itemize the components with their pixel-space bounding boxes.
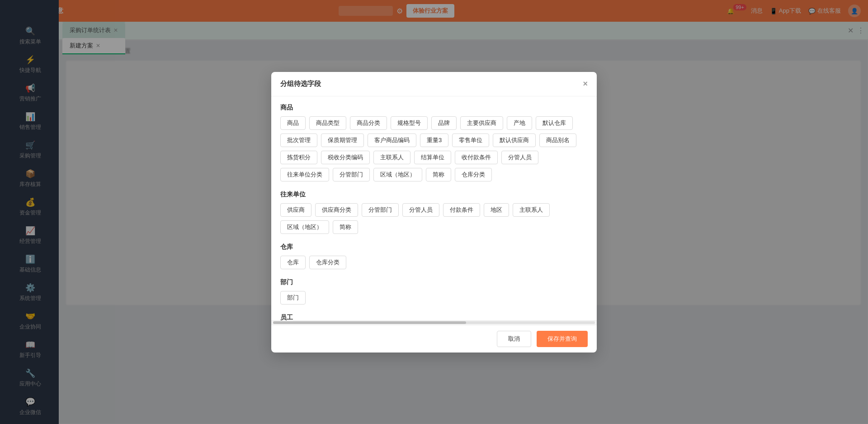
dialog-close-button[interactable]: × bbox=[583, 79, 588, 89]
field-grid-1: 供应商供应商分类分管部门分管人员付款条件地区主联系人区域（地区）简称 bbox=[280, 203, 588, 234]
dialog-body: 商品商品商品类型商品分类规格型号品牌主要供应商产地默认仓库批次管理保质期管理客户… bbox=[271, 96, 597, 321]
field-tag-2-0[interactable]: 仓库 bbox=[280, 256, 306, 269]
field-tag-0-15[interactable]: 拣货积分 bbox=[280, 151, 317, 164]
field-tag-0-17[interactable]: 主联系人 bbox=[373, 151, 410, 164]
cancel-button[interactable]: 取消 bbox=[497, 331, 531, 347]
field-tag-0-12[interactable]: 零售单位 bbox=[452, 133, 489, 147]
field-tag-0-6[interactable]: 产地 bbox=[507, 116, 532, 130]
section-往来单位: 往来单位供应商供应商分类分管部门分管人员付款条件地区主联系人区域（地区）简称 bbox=[280, 191, 588, 234]
field-tag-0-20[interactable]: 分管人员 bbox=[501, 151, 538, 164]
dialog: 分组待选字段 × 商品商品商品类型商品分类规格型号品牌主要供应商产地默认仓库批次… bbox=[271, 72, 597, 353]
field-tag-0-2[interactable]: 商品分类 bbox=[350, 116, 387, 130]
field-tag-0-25[interactable]: 仓库分类 bbox=[455, 168, 492, 181]
field-tag-0-16[interactable]: 税收分类编码 bbox=[321, 151, 370, 164]
field-tag-0-13[interactable]: 默认供应商 bbox=[493, 133, 536, 147]
field-tag-1-3[interactable]: 分管人员 bbox=[402, 203, 439, 217]
section-title-1: 往来单位 bbox=[280, 191, 588, 199]
field-tag-0-10[interactable]: 客户商品编码 bbox=[368, 133, 416, 147]
field-grid-2: 仓库仓库分类 bbox=[280, 256, 588, 269]
dialog-header: 分组待选字段 × bbox=[271, 72, 597, 96]
dialog-title: 分组待选字段 bbox=[280, 80, 321, 88]
field-tag-0-7[interactable]: 默认仓库 bbox=[536, 116, 573, 130]
field-tag-0-4[interactable]: 品牌 bbox=[431, 116, 457, 130]
field-tag-1-0[interactable]: 供应商 bbox=[280, 203, 311, 217]
field-tag-0-1[interactable]: 商品类型 bbox=[309, 116, 346, 130]
field-tag-3-0[interactable]: 部门 bbox=[280, 291, 306, 305]
field-tag-1-8[interactable]: 简称 bbox=[333, 220, 358, 234]
field-tag-1-2[interactable]: 分管部门 bbox=[362, 203, 399, 217]
field-tag-2-1[interactable]: 仓库分类 bbox=[309, 256, 346, 269]
field-tag-1-5[interactable]: 地区 bbox=[484, 203, 509, 217]
field-tag-0-23[interactable]: 区域（地区） bbox=[373, 168, 422, 181]
field-tag-1-6[interactable]: 主联系人 bbox=[513, 203, 550, 217]
field-tag-0-8[interactable]: 批次管理 bbox=[280, 133, 317, 147]
field-tag-0-11[interactable]: 重量3 bbox=[420, 133, 448, 147]
field-tag-0-18[interactable]: 结算单位 bbox=[414, 151, 451, 164]
horizontal-scrollbar[interactable] bbox=[271, 320, 597, 324]
field-grid-0: 商品商品类型商品分类规格型号品牌主要供应商产地默认仓库批次管理保质期管理客户商品… bbox=[280, 116, 588, 181]
hscroll-track bbox=[273, 321, 595, 324]
field-grid-3: 部门 bbox=[280, 291, 588, 305]
field-tag-0-5[interactable]: 主要供应商 bbox=[460, 116, 503, 130]
section-商品: 商品商品商品类型商品分类规格型号品牌主要供应商产地默认仓库批次管理保质期管理客户… bbox=[280, 104, 588, 181]
section-员工: 员工业务员 bbox=[280, 314, 588, 321]
field-tag-1-4[interactable]: 付款条件 bbox=[443, 203, 480, 217]
section-title-2: 仓库 bbox=[280, 243, 588, 251]
field-tag-0-3[interactable]: 规格型号 bbox=[391, 116, 428, 130]
field-tag-0-19[interactable]: 收付款条件 bbox=[455, 151, 498, 164]
confirm-button[interactable]: 保存并查询 bbox=[537, 331, 588, 347]
section-仓库: 仓库仓库仓库分类 bbox=[280, 243, 588, 269]
section-title-0: 商品 bbox=[280, 104, 588, 112]
field-tag-0-22[interactable]: 分管部门 bbox=[333, 168, 370, 181]
field-tag-0-14[interactable]: 商品别名 bbox=[539, 133, 576, 147]
section-部门: 部门部门 bbox=[280, 278, 588, 305]
field-tag-0-21[interactable]: 往来单位分类 bbox=[280, 168, 329, 181]
field-tag-1-7[interactable]: 区域（地区） bbox=[280, 220, 329, 234]
field-tag-0-24[interactable]: 简称 bbox=[426, 168, 451, 181]
dialog-footer: 取消 保存并查询 bbox=[271, 325, 597, 353]
hscroll-thumb bbox=[273, 321, 466, 324]
section-title-3: 部门 bbox=[280, 278, 588, 286]
field-tag-0-9[interactable]: 保质期管理 bbox=[321, 133, 364, 147]
field-tag-0-0[interactable]: 商品 bbox=[280, 116, 306, 130]
field-tag-1-1[interactable]: 供应商分类 bbox=[315, 203, 358, 217]
section-title-4: 员工 bbox=[280, 314, 588, 321]
modal-overlay: 分组待选字段 × 商品商品商品类型商品分类规格型号品牌主要供应商产地默认仓库批次… bbox=[0, 0, 868, 424]
